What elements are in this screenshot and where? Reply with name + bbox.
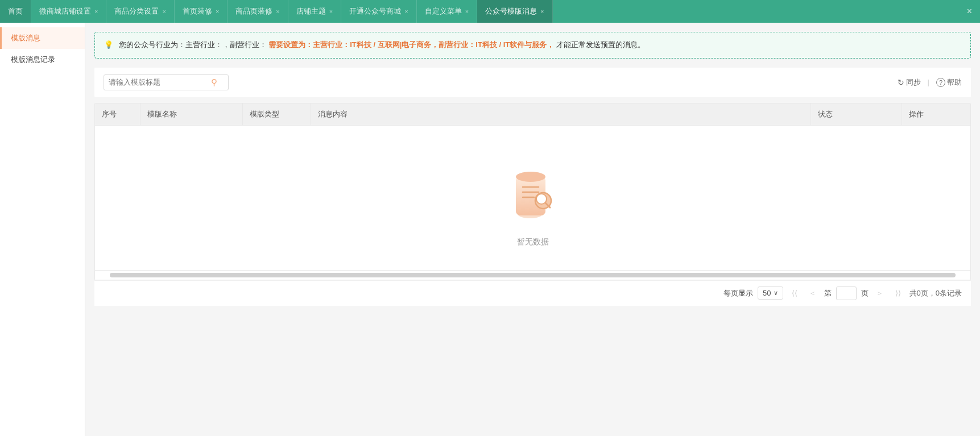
nav-tab-home-label: 首页 — [8, 6, 23, 16]
nav-tab-product-decor-label: 商品页装修 — [235, 6, 272, 16]
close-icon-category[interactable]: × — [162, 8, 166, 15]
notice-text-before: 您的公众号行业为：主营行业：，副营行业： — [119, 40, 267, 49]
close-all-icon: × — [967, 6, 972, 16]
th-template-type: 模版类型 — [243, 103, 311, 125]
th-action: 操作 — [902, 103, 970, 125]
page-size-value: 50 — [763, 289, 771, 297]
sidebar-item-template-msg[interactable]: 模版消息 — [0, 27, 85, 49]
notice-box: 💡 您的公众号行业为：主营行业：，副营行业： 需要设置为：主营行业：IT科技 /… — [94, 32, 971, 59]
nav-tab-shop-settings[interactable]: 微商城店铺设置 × — [31, 0, 106, 23]
notice-text-after: 才能正常发送预置的消息。 — [556, 40, 645, 49]
sidebar-item-template-msg-record-label: 模版消息记录 — [11, 55, 55, 64]
table-header: 序号 模版名称 模版类型 消息内容 状态 操作 — [95, 103, 970, 126]
page-size-selector[interactable]: 50 ∨ — [758, 286, 783, 300]
nav-tab-open-mall-label: 开通公众号商城 — [349, 6, 401, 16]
page-size-label: 每页显示 — [723, 288, 753, 298]
nav-tab-product-decor[interactable]: 商品页装修 × — [228, 0, 288, 23]
page-last-button[interactable]: ⟩⟩ — [891, 286, 905, 300]
nav-tab-homepage-decor[interactable]: 首页装修 × — [175, 0, 228, 23]
nav-tab-shop-settings-label: 微商城店铺设置 — [39, 6, 91, 16]
close-icon-shop-theme[interactable]: × — [329, 8, 333, 15]
sidebar-item-template-msg-label: 模版消息 — [11, 34, 40, 42]
pagination-total-info: 共0页，0条记录 — [909, 288, 962, 298]
search-toolbar-area: ⚲ ↻ 同步 | ? 帮助 — [94, 68, 971, 97]
th-index: 序号 — [95, 103, 140, 125]
page-label-di: 第 — [824, 288, 832, 298]
svg-point-3 — [516, 172, 545, 182]
empty-state: 暂无数据 — [95, 126, 970, 270]
sidebar: 模版消息 模版消息记录 — [0, 23, 85, 436]
sidebar-item-template-msg-record[interactable]: 模版消息记录 — [0, 49, 85, 70]
nav-tab-custom-menu[interactable]: 自定义菜单 × — [417, 0, 477, 23]
close-icon-open-mall[interactable]: × — [404, 8, 408, 15]
nav-tab-homepage-decor-label: 首页装修 — [183, 6, 212, 16]
top-nav: 首页 微商城店铺设置 × 商品分类设置 × 首页装修 × 商品页装修 × 店铺主… — [0, 0, 980, 23]
page-prev-button[interactable]: ＜ — [806, 286, 820, 300]
search-input[interactable] — [109, 78, 211, 86]
notice-highlight-text: 需要设置为：主营行业：IT科技 / 互联网|电子商务，副营行业：IT科技 / I… — [268, 40, 554, 49]
pagination-bar: 每页显示 50 ∨ ⟨⟨ ＜ 第 1 页 ＞ ⟩⟩ 共0页，0条记录 — [94, 280, 971, 306]
close-icon-template-msg[interactable]: × — [540, 8, 544, 15]
nav-tab-custom-menu-label: 自定义菜单 — [425, 6, 462, 16]
toolbar-right: ↻ 同步 | ? 帮助 — [898, 77, 962, 88]
data-table: 序号 模版名称 模版类型 消息内容 状态 操作 — [94, 103, 971, 280]
sync-button[interactable]: ↻ 同步 — [898, 77, 921, 88]
nav-tab-template-msg-label: 公众号模版消息 — [485, 6, 537, 16]
nav-tab-shop-theme-label: 店铺主题 — [296, 6, 326, 16]
nav-tab-category-label: 商品分类设置 — [114, 6, 159, 16]
close-icon-custom-menu[interactable]: × — [465, 8, 469, 15]
page-label-ye: 页 — [861, 288, 869, 298]
page-number-input[interactable]: 1 — [836, 286, 857, 300]
help-button[interactable]: ? 帮助 — [936, 77, 962, 88]
page-size-dropdown-icon: ∨ — [774, 289, 778, 297]
search-input-wrap[interactable]: ⚲ — [104, 74, 229, 90]
empty-text: 暂无数据 — [517, 237, 549, 247]
search-icon-button[interactable]: ⚲ — [211, 77, 217, 88]
sync-label: 同步 — [906, 77, 921, 88]
main-layout: 模版消息 模版消息记录 💡 您的公众号行业为：主营行业：，副营行业： 需要设置为… — [0, 23, 980, 436]
th-msg-content: 消息内容 — [311, 103, 811, 125]
content-area: 💡 您的公众号行业为：主营行业：，副营行业： 需要设置为：主营行业：IT科技 /… — [85, 23, 980, 436]
nav-tab-home[interactable]: 首页 — [0, 0, 31, 23]
help-circle-icon: ? — [936, 78, 945, 87]
th-template-name: 模版名称 — [140, 103, 243, 125]
nav-tab-shop-theme[interactable]: 店铺主题 × — [288, 0, 341, 23]
toolbar-divider: | — [928, 78, 929, 86]
close-icon-shop-settings[interactable]: × — [94, 8, 98, 15]
sync-icon: ↻ — [898, 78, 904, 87]
page-next-button[interactable]: ＞ — [873, 286, 887, 300]
horizontal-scrollbar[interactable] — [95, 270, 970, 280]
close-icon-product-decor[interactable]: × — [276, 8, 279, 15]
th-status: 状态 — [811, 103, 902, 125]
close-all-tabs-button[interactable]: × — [959, 0, 980, 23]
empty-illustration — [499, 160, 567, 228]
nav-tab-template-msg[interactable]: 公众号模版消息 × — [477, 0, 552, 23]
nav-tab-open-mall[interactable]: 开通公众号商城 × — [341, 0, 416, 23]
nav-tab-category[interactable]: 商品分类设置 × — [106, 0, 174, 23]
notice-bulb-icon: 💡 — [104, 40, 113, 49]
page-first-button[interactable]: ⟨⟨ — [788, 286, 801, 300]
scrollbar-track[interactable] — [110, 273, 956, 277]
close-icon-homepage-decor[interactable]: × — [216, 8, 219, 15]
help-label: 帮助 — [947, 77, 962, 88]
